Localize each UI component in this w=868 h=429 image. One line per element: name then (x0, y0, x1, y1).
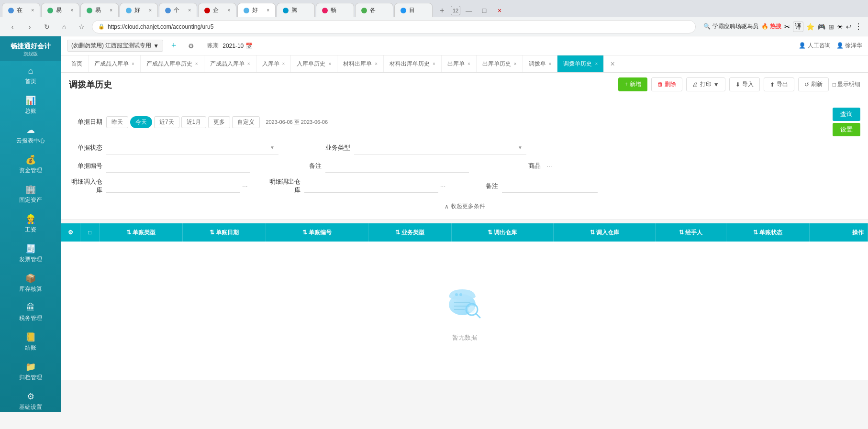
bookmark-btn[interactable]: ☆ (75, 20, 88, 33)
th-biz[interactable]: ⇅ 业务类型 (368, 223, 452, 242)
th-settings[interactable]: ⚙ (61, 223, 80, 242)
close-tab-3[interactable]: × (247, 61, 250, 66)
goods-more-btn[interactable]: ··· (546, 162, 552, 170)
sidebar-item-ledger[interactable]: 📊 总账 (0, 90, 61, 120)
minimize-btn[interactable]: — (462, 4, 476, 17)
th-in-wh[interactable]: ⇅ 调入仓库 (554, 223, 656, 242)
detail-out-more-btn[interactable]: ··· (440, 182, 446, 190)
detail-in-input[interactable] (106, 179, 240, 193)
company-settings-btn[interactable]: ⚙ (184, 39, 198, 53)
reload-btn[interactable]: ↻ (40, 20, 54, 33)
sidebar-item-funds[interactable]: 💰 资金管理 (0, 150, 61, 179)
tab-transfer[interactable]: 调拨单 × (523, 55, 558, 73)
browser-tab-8[interactable]: 畅 (316, 3, 354, 17)
add-company-btn[interactable]: + (167, 39, 180, 53)
new-btn[interactable]: + 新增 (618, 77, 647, 91)
close-tab-10[interactable]: × (549, 61, 552, 66)
date-btn-custom[interactable]: 自定义 (232, 116, 260, 128)
tab-outbound-history[interactable]: 出库单历史 × (477, 55, 523, 73)
date-btn-today[interactable]: 今天 (130, 116, 152, 128)
close-window-btn[interactable]: × (493, 4, 506, 17)
browser-tab-1[interactable]: 在 × (2, 3, 40, 17)
sidebar-item-home[interactable]: ⌂ 首页 (0, 61, 61, 90)
close-tab-7[interactable]: × (433, 61, 435, 66)
extra-remark-input[interactable] (502, 179, 598, 193)
biz-type-select[interactable]: ▼ (354, 141, 526, 154)
browser-tab-5[interactable]: 个 × (159, 3, 197, 17)
status-select[interactable]: ▼ (106, 141, 278, 154)
close-tab-8[interactable]: × (467, 61, 470, 66)
close-tab-2[interactable]: × (195, 61, 198, 66)
search-btn[interactable]: 查询 (833, 108, 860, 121)
th-handler[interactable]: ⇅ 经手人 (656, 223, 726, 242)
detail-out-input[interactable] (304, 179, 438, 193)
date-btn-7days[interactable]: 近7天 (154, 116, 179, 128)
home-btn[interactable]: ⌂ (57, 20, 71, 33)
close-all-tabs-btn[interactable]: × (606, 57, 619, 71)
delete-btn[interactable]: 🗑 删除 (651, 77, 682, 91)
refresh-btn[interactable]: ↺ 刷新 (798, 77, 829, 91)
new-tab-btn[interactable]: + (435, 4, 449, 17)
tab-inbound-history[interactable]: 入库单历史 × (291, 55, 337, 73)
close-tab-6[interactable]: × (375, 61, 378, 66)
back-btn[interactable]: ‹ (6, 20, 19, 33)
browser-tab-9[interactable]: 各 (355, 3, 393, 17)
maximize-btn[interactable]: □ (478, 4, 491, 17)
sidebar-item-cloud-report[interactable]: ☁ 云报表中心 (0, 120, 61, 150)
sidebar-item-close-account[interactable]: 📒 结账 (0, 327, 61, 357)
tab-material-outbound-history[interactable]: 材料出库单历史 × (384, 55, 442, 73)
browser-tab-7[interactable]: 腾 (277, 3, 315, 17)
tab-count-btn[interactable]: 12 (451, 6, 460, 15)
company-selector[interactable]: (勿删勿禁用) 江西服宝测试专用 ▼ (67, 40, 163, 52)
browser-tab-2[interactable]: 易 × (41, 3, 79, 17)
th-num[interactable]: ⇅ 单账编号 (266, 223, 368, 242)
th-status[interactable]: ⇅ 单账状态 (726, 223, 810, 242)
browser-tab-4[interactable]: 好 × (120, 3, 158, 17)
settings-btn[interactable]: 设置 (833, 123, 860, 136)
tab-outbound[interactable]: 出库单 × (442, 55, 477, 73)
date-btn-yesterday[interactable]: 昨天 (106, 116, 128, 128)
th-checkbox[interactable]: □ (80, 223, 100, 242)
service-btn[interactable]: 👤 人工咨询 (799, 42, 830, 50)
tab-product-inbound[interactable]: 产成品入库单 × (89, 55, 141, 73)
tab-product-inbound-2[interactable]: 产成品入库单 × (204, 55, 256, 73)
tab-home[interactable]: 首页 (65, 55, 89, 73)
tab-transfer-history[interactable]: 调拨单历史 × (557, 55, 604, 73)
close-tab-11[interactable]: × (595, 61, 598, 66)
sidebar-item-salary[interactable]: 👷 工资 (0, 209, 61, 239)
sidebar-item-archive[interactable]: 📁 归档管理 (0, 357, 61, 386)
browser-tab-3[interactable]: 易 × (80, 3, 119, 17)
date-btn-more[interactable]: 更多 (208, 116, 230, 128)
sidebar-item-invoice[interactable]: 🧾 发票管理 (0, 239, 61, 268)
sidebar-item-inventory[interactable]: 📦 库存核算 (0, 268, 61, 298)
print-btn[interactable]: 🖨 打印 ▼ (686, 77, 725, 91)
sidebar-item-tax[interactable]: 🏛 税务管理 (0, 298, 61, 327)
period-selector[interactable]: 2021-10 📅 (223, 43, 253, 49)
import-btn[interactable]: ⬇ 导入 (729, 77, 760, 91)
close-tab-9[interactable]: × (514, 61, 517, 66)
sidebar-item-settings[interactable]: ⚙ 基础设置 (0, 386, 61, 412)
th-date[interactable]: ⇅ 单账日期 (183, 223, 266, 242)
show-all-toggle[interactable]: □ 显示明细 (833, 80, 860, 88)
collapse-btn[interactable]: ∧ 收起更多条件 (445, 199, 485, 213)
close-tab-1[interactable]: × (132, 61, 134, 66)
tab-material-outbound[interactable]: 材料出库单 × (337, 55, 384, 73)
export-btn[interactable]: ⬆ 导出 (764, 77, 794, 91)
tab-inbound[interactable]: 入库单 × (256, 55, 291, 73)
date-btn-1month[interactable]: 近1月 (181, 116, 207, 128)
th-out-wh[interactable]: ⇅ 调出仓库 (452, 223, 554, 242)
detail-in-more-btn[interactable]: ··· (242, 182, 248, 190)
user-avatar[interactable]: 👤 徐泽华 (836, 42, 862, 50)
sidebar-item-assets[interactable]: 🏢 固定资产 (0, 179, 61, 209)
forward-btn[interactable]: › (23, 20, 36, 33)
close-tab-5[interactable]: × (328, 61, 331, 66)
voucher-num-input[interactable] (106, 159, 250, 173)
th-type[interactable]: ⇅ 单账类型 (100, 223, 183, 242)
remark-input[interactable] (325, 159, 469, 173)
browser-tab-6[interactable]: 企 × (198, 3, 236, 17)
tab-product-inbound-history[interactable]: 产成品入库单历史 × (141, 55, 204, 73)
close-tab-4[interactable]: × (282, 61, 285, 66)
browser-tab-active[interactable]: 好 × (237, 3, 276, 17)
address-bar[interactable]: 🔒 https://cloud.chanjet.com/accounting/u… (92, 20, 696, 33)
browser-tab-10[interactable]: 目 (394, 3, 433, 17)
